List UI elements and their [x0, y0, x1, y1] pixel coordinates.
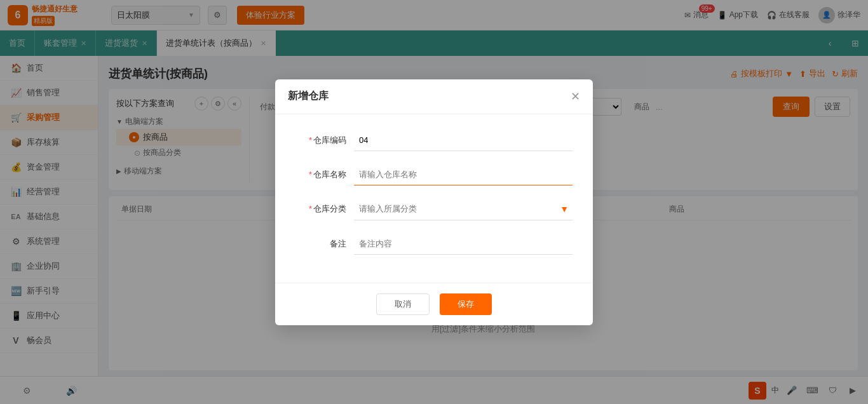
- remark-label: 备注: [295, 238, 346, 250]
- form-row-category: 仓库分类 ▼: [295, 198, 573, 220]
- modal-header: 新增仓库 ✕: [275, 79, 593, 114]
- form-row-name: 仓库名称: [295, 164, 573, 185]
- cancel-button[interactable]: 取消: [376, 293, 430, 315]
- modal-overlay: 新增仓库 ✕ 仓库编码 仓库名称 仓库分类 ▼: [0, 0, 868, 404]
- modal-footer: 取消 保存: [275, 283, 593, 325]
- name-input[interactable]: [354, 164, 573, 185]
- form-row-remark: 备注: [295, 233, 573, 255]
- category-label: 仓库分类: [295, 203, 346, 215]
- category-dropdown-icon[interactable]: ▼: [556, 204, 573, 214]
- category-input[interactable]: [354, 198, 556, 220]
- remark-input[interactable]: [354, 233, 573, 255]
- add-warehouse-modal: 新增仓库 ✕ 仓库编码 仓库名称 仓库分类 ▼: [275, 79, 593, 325]
- save-button[interactable]: 保存: [440, 293, 492, 315]
- code-label: 仓库编码: [295, 135, 346, 146]
- code-input[interactable]: [354, 130, 573, 151]
- category-select-wrapper: ▼: [354, 198, 573, 220]
- name-label: 仓库名称: [295, 169, 346, 180]
- modal-title: 新增仓库: [288, 90, 329, 103]
- modal-close-button[interactable]: ✕: [571, 90, 580, 104]
- modal-body: 仓库编码 仓库名称 仓库分类 ▼ 备注: [275, 114, 593, 283]
- form-row-code: 仓库编码: [295, 130, 573, 151]
